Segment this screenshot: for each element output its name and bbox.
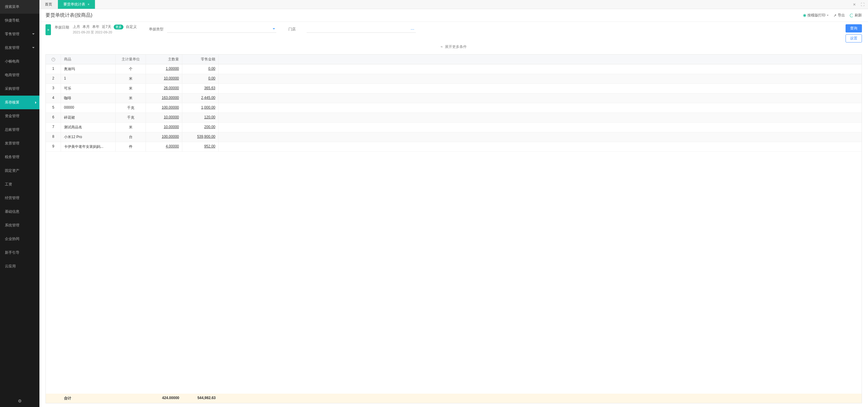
sidebar-item-label: 库存核算 xyxy=(5,100,20,105)
query-button[interactable]: 查询 xyxy=(845,24,862,32)
export-button[interactable]: ↗ 导出 xyxy=(833,13,845,18)
cell-idx: 2 xyxy=(46,74,61,84)
sidebar-item-5[interactable]: 电商管理 xyxy=(0,68,39,82)
expand-icon[interactable]: ⛶ xyxy=(860,2,866,7)
page-title: 要货单统计表(按商品) xyxy=(45,12,93,19)
header-actions: 按模版打印 ↗ 导出 刷新 xyxy=(803,13,862,18)
cell-idx: 5 xyxy=(46,103,61,113)
cell-name: 可乐 xyxy=(61,84,116,93)
gear-icon[interactable]: ⚙ xyxy=(18,399,22,403)
cell-unit: 米 xyxy=(116,123,146,132)
settings-button[interactable]: 设置 xyxy=(845,34,862,42)
cell-amount[interactable]: 1,000.00 xyxy=(182,103,219,113)
column-qty[interactable]: 主数量 xyxy=(146,55,182,64)
sidebar-item-2[interactable]: 零售管理 xyxy=(0,27,39,41)
tab-0[interactable]: 首页 xyxy=(39,0,58,9)
sidebar-item-9[interactable]: 总账管理 xyxy=(0,123,39,137)
close-icon[interactable]: × xyxy=(88,3,90,6)
sidebar-item-0[interactable]: 搜索菜单 xyxy=(0,0,39,14)
cell-unit: 米 xyxy=(116,84,146,93)
date-quick-this-month[interactable]: 本月 xyxy=(83,24,90,29)
cell-name: 小米12 Pro xyxy=(61,132,116,142)
expand-more-filters[interactable]: ≈ 展开更多条件 xyxy=(45,42,862,51)
sidebar-item-label: 工资 xyxy=(5,182,12,187)
cell-amount[interactable]: 2,445.00 xyxy=(182,93,219,103)
date-quick-custom[interactable]: 自定义 xyxy=(126,24,137,29)
table-row[interactable]: 4咖啡米163.000002,445.00 xyxy=(46,93,862,103)
column-name[interactable]: 商品 xyxy=(61,55,116,64)
table-row[interactable]: 500000千克100.000001,000.00 xyxy=(46,103,862,113)
sidebar-item-7[interactable]: 库存核算 xyxy=(0,96,39,109)
sidebar-item-14[interactable]: 经营管理 xyxy=(0,191,39,205)
table-row[interactable]: 8小米12 Pro台100.00000539,900.00 xyxy=(46,132,862,142)
cell-amount[interactable]: 952.00 xyxy=(182,142,219,151)
sidebar-item-18[interactable]: 新手引导 xyxy=(0,246,39,260)
sidebar-item-4[interactable]: 小畅电商 xyxy=(0,55,39,68)
cell-unit: 米 xyxy=(116,93,146,103)
cell-qty[interactable]: 1.00000 xyxy=(146,64,182,74)
cell-amount[interactable]: 0.00 xyxy=(182,64,219,74)
sidebar-item-3[interactable]: 批发管理 xyxy=(0,41,39,55)
cell-amount[interactable]: 120.00 xyxy=(182,113,219,122)
column-index[interactable] xyxy=(46,55,61,64)
cell-name: 测试商品名 xyxy=(61,123,116,132)
cell-amount[interactable]: 365.63 xyxy=(182,84,219,93)
footer-label: 合计 xyxy=(61,394,116,403)
cell-qty[interactable]: 163.00000 xyxy=(146,93,182,103)
close-icon[interactable]: ✕ xyxy=(851,2,857,7)
date-quick-last-7d[interactable]: 近7天 xyxy=(102,24,111,29)
column-unit[interactable]: 主计量单位 xyxy=(116,55,146,64)
sidebar-item-16[interactable]: 系统管理 xyxy=(0,219,39,232)
date-quick-last-month[interactable]: 上月 xyxy=(73,24,80,29)
column-amount[interactable]: 零售金额 xyxy=(182,55,219,64)
sidebar-item-1[interactable]: 快捷导航 xyxy=(0,14,39,27)
cell-amount[interactable]: 539,900.00 xyxy=(182,132,219,142)
settings-icon xyxy=(52,58,55,61)
cell-unit: 个 xyxy=(116,64,146,74)
table-row[interactable]: 6碎花裙千克10.00000120.00 xyxy=(46,113,862,123)
sidebar-item-17[interactable]: 企业协同 xyxy=(0,232,39,246)
cell-qty[interactable]: 100.00000 xyxy=(146,132,182,142)
sidebar-item-11[interactable]: 税务管理 xyxy=(0,150,39,164)
refresh-button[interactable]: 刷新 xyxy=(850,13,862,18)
cell-amount[interactable]: 0.00 xyxy=(182,74,219,84)
cell-name: 00000 xyxy=(61,103,116,113)
cell-qty[interactable]: 10.00000 xyxy=(146,113,182,122)
sidebar-item-label: 搜索菜单 xyxy=(5,4,20,9)
table-row[interactable]: 3可乐米26.00000365.63 xyxy=(46,84,862,93)
print-by-template-button[interactable]: 按模版打印 xyxy=(803,13,829,18)
sidebar-item-label: 快捷导航 xyxy=(5,18,20,23)
cell-unit: 米 xyxy=(116,74,146,84)
table-row[interactable]: 1奥迪玛个1.000000.00 xyxy=(46,64,862,74)
sidebar-item-10[interactable]: 发票管理 xyxy=(0,137,39,150)
cell-qty[interactable]: 10.00000 xyxy=(146,123,182,132)
filter-doc-type: 单据类型 xyxy=(149,26,276,33)
tab-1[interactable]: 要货单统计表× xyxy=(58,0,95,9)
sidebar-item-8[interactable]: 资金管理 xyxy=(0,109,39,123)
cell-idx: 1 xyxy=(46,64,61,74)
collapse-filter-handle[interactable]: » xyxy=(45,24,51,35)
cell-qty[interactable]: 26.00000 xyxy=(146,84,182,93)
cell-unit: 台 xyxy=(116,132,146,142)
table-area: 商品 主计量单位 主数量 零售金额 1奥迪玛个1.000000.0021米10.… xyxy=(39,51,868,407)
sidebar-item-12[interactable]: 固定资产 xyxy=(0,164,39,178)
cell-amount[interactable]: 200.00 xyxy=(182,123,219,132)
sidebar-item-label: 基础信息 xyxy=(5,209,20,214)
filter-store: 门店 ⋯ xyxy=(288,26,416,33)
date-quick-more[interactable]: 更多 xyxy=(114,25,123,29)
table-row[interactable]: 21米10.000000.00 xyxy=(46,74,862,84)
store-select[interactable]: ⋯ xyxy=(307,26,416,33)
sidebar-item-13[interactable]: 工资 xyxy=(0,178,39,191)
doc-type-select[interactable] xyxy=(167,26,276,33)
sidebar-item-6[interactable]: 采购管理 xyxy=(0,82,39,96)
date-quick-this-year[interactable]: 本年 xyxy=(92,24,99,29)
cell-qty[interactable]: 4.00000 xyxy=(146,142,182,151)
table-row[interactable]: 7测试商品名米10.00000200.00 xyxy=(46,123,862,132)
table-row[interactable]: 9卡伊美中老年女装妈妈...件4.00000952.00 xyxy=(46,142,862,152)
cell-qty[interactable]: 100.00000 xyxy=(146,103,182,113)
filter-date: 单据日期 上月 本月 本年 近7天 更多 自定义 20 xyxy=(55,24,137,35)
sidebar-item-label: 总账管理 xyxy=(5,127,20,132)
cell-qty[interactable]: 10.00000 xyxy=(146,74,182,84)
sidebar-item-19[interactable]: 云应用 xyxy=(0,260,39,273)
sidebar-item-15[interactable]: 基础信息 xyxy=(0,205,39,219)
